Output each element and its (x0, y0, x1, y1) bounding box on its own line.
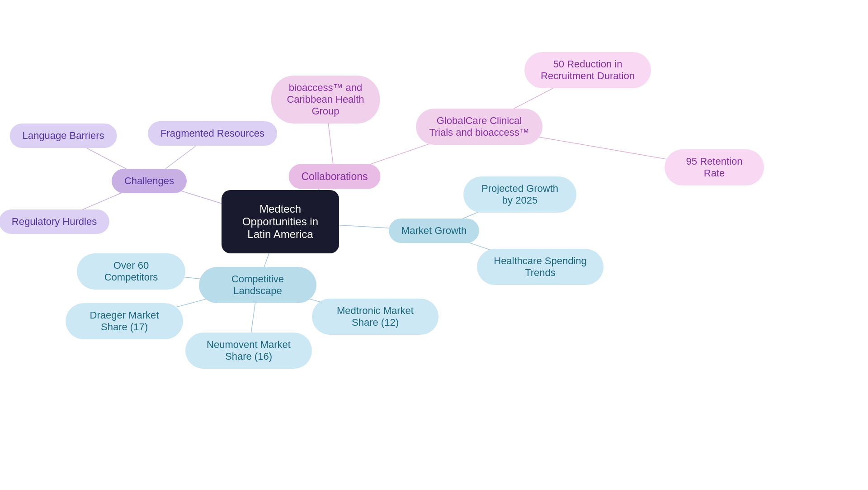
over-60-node[interactable]: Over 60 Competitors (77, 253, 185, 290)
medtronic-node[interactable]: Medtronic Market Share (12) (312, 299, 439, 335)
medtronic-label: Medtronic Market Share (12) (325, 305, 426, 328)
fragmented-resources-node[interactable]: Fragmented Resources (148, 121, 277, 146)
reduction-recruitment-label: 50 Reduction in Recruitment Duration (537, 58, 638, 82)
globalcare-node[interactable]: GlobalCare Clinical Trials and bioaccess… (416, 109, 542, 145)
draeger-node[interactable]: Draeger Market Share (17) (66, 303, 183, 339)
globalcare-label: GlobalCare Clinical Trials and bioaccess… (429, 115, 530, 138)
market-growth-node[interactable]: Market Growth (389, 219, 479, 243)
projected-growth-node[interactable]: Projected Growth by 2025 (463, 176, 576, 213)
retention-rate-node[interactable]: 95 Retention Rate (665, 149, 764, 186)
healthcare-spending-node[interactable]: Healthcare Spending Trends (477, 249, 604, 285)
challenges-label: Challenges (124, 175, 174, 187)
language-barriers-label: Language Barriers (22, 130, 104, 142)
collaborations-node[interactable]: Collaborations (288, 164, 380, 189)
market-growth-label: Market Growth (401, 225, 467, 237)
bioaccess-caribbean-node[interactable]: bioaccess™ and Caribbean Health Group (271, 76, 380, 124)
center-node[interactable]: Medtech Opportunities in Latin America (222, 190, 339, 253)
challenges-node[interactable]: Challenges (112, 169, 187, 193)
reduction-recruitment-node[interactable]: 50 Reduction in Recruitment Duration (524, 52, 651, 88)
draeger-label: Draeger Market Share (17) (78, 309, 170, 333)
center-label: Medtech Opportunities in Latin America (238, 203, 323, 241)
over-60-label: Over 60 Competitors (90, 260, 173, 283)
retention-rate-label: 95 Retention Rate (677, 156, 751, 179)
projected-growth-label: Projected Growth by 2025 (476, 183, 564, 206)
language-barriers-node[interactable]: Language Barriers (9, 124, 117, 148)
competitive-landscape-node[interactable]: Competitive Landscape (199, 267, 316, 303)
regulatory-hurdles-node[interactable]: Regulatory Hurdles (0, 209, 109, 234)
bioaccess-caribbean-label: bioaccess™ and Caribbean Health Group (284, 82, 367, 117)
neumovent-label: Neumovent Market Share (16) (198, 339, 299, 362)
regulatory-hurdles-label: Regulatory Hurdles (12, 216, 97, 228)
fragmented-resources-label: Fragmented Resources (160, 128, 264, 139)
neumovent-node[interactable]: Neumovent Market Share (16) (185, 333, 312, 369)
competitive-landscape-label: Competitive Landscape (212, 273, 304, 297)
collaborations-label: Collaborations (301, 171, 368, 183)
healthcare-spending-label: Healthcare Spending Trends (490, 255, 591, 279)
